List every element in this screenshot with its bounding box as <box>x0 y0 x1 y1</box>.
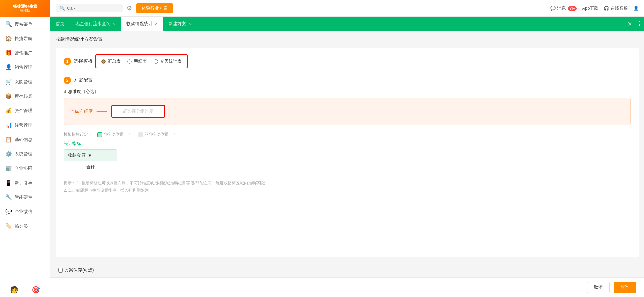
sales-icon: 👤 <box>5 64 12 70</box>
sidebar-item-quick-nav[interactable]: 🏠快捷导航 <box>0 31 50 46</box>
non-draggable-box <box>138 132 143 137</box>
search-input[interactable] <box>67 6 119 11</box>
sidebar-item-label: 资金管理 <box>15 108 32 114</box>
tab-close-new-plan[interactable]: ✕ <box>188 22 191 26</box>
guide-icon: 📱 <box>5 180 12 186</box>
sidebar-item-member[interactable]: 🏷️畅会员 <box>0 219 50 233</box>
query-button[interactable]: 查询 <box>614 282 636 293</box>
sidebar-item-search-menu[interactable]: 🔍搜索菜单 <box>0 17 50 31</box>
indicator-title: 统计指标 <box>64 141 631 147</box>
indicator-table: 收款金额 ▼ 合计 <box>64 149 117 173</box>
search-box: 🔍 <box>56 4 123 12</box>
legend-end: ） <box>174 132 178 137</box>
sidebar-item-label: 智能硬件 <box>15 194 32 200</box>
enterprise-icon: 🏢 <box>5 165 12 171</box>
marketing-icon: 🎁 <box>5 50 12 56</box>
sidebar-nav: 🔍搜索菜单🏠快捷导航🎁营销推广👤销售管理🛒采购管理📦库存核算💰资金管理📊经营管理… <box>0 17 50 282</box>
sidebar-item-label: 系统管理 <box>15 151 32 157</box>
content-area: 收款情况统计方案设置 1 选择模板 汇总表明细表交叉统计表 2 方案配置 汇总维… <box>50 31 644 263</box>
tab-bar: 首页现金银行流水查询✕收款情况统计✕新建方案✕✕⛶ <box>50 17 644 31</box>
user-avatar[interactable]: 👤 <box>633 6 639 11</box>
sidebar-item-label: 库存核算 <box>15 93 32 99</box>
step1-section: 1 选择模板 汇总表明细表交叉统计表 <box>64 54 631 68</box>
message-item[interactable]: 💬 消息 99+ <box>550 5 577 11</box>
dimension-placeholder[interactable]: 请选择分组维度 <box>111 105 165 118</box>
basic-info-icon: 📋 <box>5 136 12 143</box>
close-window-icon[interactable]: ✕ <box>628 21 632 27</box>
tab-home[interactable]: 首页 <box>50 17 70 31</box>
radio-option-cross[interactable]: 交叉统计表 <box>154 58 182 64</box>
sidebar-item-purchase[interactable]: 🛒采购管理 <box>0 75 50 89</box>
top-header: 🔍 ⚙ 体验行业方案 💬 消息 99+ App下载 🎧 在线客服 👤 <box>50 0 644 17</box>
radio-cross[interactable] <box>154 59 158 64</box>
sidebar-bottom: 🧑 🎯 <box>0 282 50 297</box>
dimension-section-label: 汇总维度（必选） <box>64 89 631 95</box>
radio-label-detail: 明细表 <box>134 58 147 64</box>
sidebar-item-operations[interactable]: 📊经营管理 <box>0 118 50 132</box>
sidebar-bottom-icon-2[interactable]: 🎯 <box>32 286 40 294</box>
tip-0: 提示： 1. 拖动标题栏可以调整布局，不可跨维度或指标区域拖动栏目字段(只能在同… <box>64 180 631 187</box>
hardware-icon: 🔧 <box>5 194 12 200</box>
sidebar-item-guide[interactable]: 📱新手引导 <box>0 176 50 190</box>
member-icon: 🏷️ <box>5 223 12 229</box>
sidebar-item-label: 销售管理 <box>15 64 32 70</box>
radio-option-detail[interactable]: 明细表 <box>127 58 147 64</box>
radio-summary[interactable] <box>101 59 106 64</box>
sidebar-item-label: 采购管理 <box>15 79 32 85</box>
sidebar-item-finance[interactable]: 💰资金管理 <box>0 103 50 118</box>
sidebar-item-marketing[interactable]: 🎁营销推广 <box>0 46 50 60</box>
trial-button[interactable]: 体验行业方案 <box>136 3 173 13</box>
indicator-section: 模板指标设定（ 可拖动位置 ） 不可拖动位置 ） 统计指标 <box>64 132 631 174</box>
message-badge: 99+ <box>568 6 577 11</box>
draggable-box <box>97 132 102 137</box>
radio-detail[interactable] <box>127 59 132 64</box>
sidebar-item-sales[interactable]: 👤销售管理 <box>0 60 50 75</box>
sidebar-item-basic-info[interactable]: 📋基础信息 <box>0 132 50 147</box>
non-draggable-legend: 不可拖动位置 <box>138 132 168 137</box>
save-checkbox-label[interactable]: 方案保存(可选) <box>58 267 94 273</box>
sidebar-item-label: 畅会员 <box>15 223 28 229</box>
radio-label-cross: 交叉统计表 <box>160 58 182 64</box>
tab-label-bank-flow: 现金银行流水查询 <box>75 21 110 27</box>
tab-close-bank-flow[interactable]: ✕ <box>112 22 115 26</box>
sidebar: 畅捷通好生意 标准版 🔍搜索菜单🏠快捷导航🎁营销推广👤销售管理🛒采购管理📦库存核… <box>0 0 50 297</box>
step1-title: 选择模板 <box>74 58 93 64</box>
sidebar-item-label: 快捷导航 <box>15 36 32 42</box>
tips-section: 提示： 1. 拖动标题栏可以调整布局，不可跨维度或指标区域拖动栏目字段(只能在同… <box>64 180 631 194</box>
radio-option-summary[interactable]: 汇总表 <box>101 58 121 64</box>
header-actions: 💬 消息 99+ App下载 🎧 在线客服 👤 <box>550 5 639 11</box>
tab-label-new-plan: 新建方案 <box>169 21 186 27</box>
sidebar-item-system[interactable]: ⚙️系统管理 <box>0 147 50 161</box>
step2-header: 2 方案配置 <box>64 77 631 84</box>
sidebar-item-label: 经营管理 <box>15 122 32 128</box>
sidebar-bottom-icon-1[interactable]: 🧑 <box>10 286 18 294</box>
arrow-icon: —— <box>97 108 107 114</box>
indicator-header[interactable]: 收款金额 ▼ <box>64 150 117 161</box>
sidebar-item-enterprise[interactable]: 🏢企业协同 <box>0 161 50 176</box>
maximize-icon[interactable]: ⛶ <box>635 21 640 27</box>
step2-badge: 2 <box>64 77 71 84</box>
sidebar-item-hardware[interactable]: 🔧智能硬件 <box>0 190 50 204</box>
tab-close-receipt-stat[interactable]: ✕ <box>155 22 158 26</box>
sidebar-item-label: 营销推广 <box>15 50 32 56</box>
main-area: 🔍 ⚙ 体验行业方案 💬 消息 99+ App下载 🎧 在线客服 👤 首页现金银… <box>50 0 644 297</box>
online-service-link[interactable]: 🎧 在线客服 <box>604 5 628 11</box>
indicator-settings-label: 模板指标设定（ <box>64 132 92 137</box>
tab-bank-flow[interactable]: 现金银行流水查询✕ <box>70 17 121 31</box>
save-checkbox[interactable] <box>58 268 63 273</box>
tab-new-plan[interactable]: 新建方案✕ <box>163 17 197 31</box>
quick-nav-icon: 🏠 <box>5 35 12 42</box>
sidebar-item-label: 搜索菜单 <box>15 21 32 27</box>
app-download-link[interactable]: App下载 <box>582 5 598 11</box>
tab-receipt-stat[interactable]: 收款情况统计✕ <box>121 17 163 31</box>
sidebar-item-inventory[interactable]: 📦库存核算 <box>0 89 50 103</box>
sidebar-item-wechat[interactable]: 💬企业微信 <box>0 204 50 219</box>
sidebar-item-label: 企业微信 <box>15 209 32 215</box>
inventory-icon: 📦 <box>5 93 12 99</box>
indicator-total-cell: 合计 <box>64 161 117 173</box>
dropdown-icon[interactable]: ▼ <box>88 153 92 158</box>
cancel-button[interactable]: 取消 <box>587 282 610 293</box>
gear-icon[interactable]: ⚙ <box>127 5 132 12</box>
sidebar-item-label: 企业协同 <box>15 165 32 171</box>
footer-area: 方案保存(可选) <box>50 263 644 277</box>
